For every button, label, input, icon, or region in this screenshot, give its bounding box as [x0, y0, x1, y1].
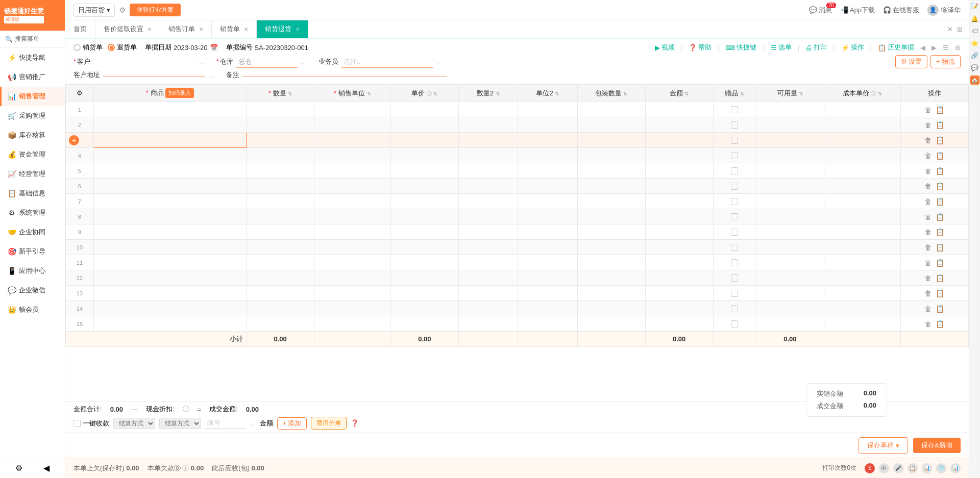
cell-qty2[interactable] [458, 163, 518, 179]
cell-amount[interactable] [645, 270, 713, 286]
cell-amount[interactable] [645, 240, 713, 255]
toolbar-select[interactable]: ☰ 选单 [771, 43, 792, 52]
pay-checkbox[interactable] [74, 420, 81, 427]
cell-cost-price[interactable] [824, 270, 900, 286]
trial-button[interactable]: 体验行业方案 [130, 4, 181, 16]
sidebar-item-inventory[interactable]: 📦 库存核算 [0, 125, 65, 145]
cell-pkg-qty[interactable] [577, 240, 645, 255]
cell-pkg-qty[interactable] [577, 255, 645, 270]
cell-qty2[interactable] [458, 255, 518, 270]
add-payment-button[interactable]: + 添加 [277, 417, 307, 430]
cell-available[interactable] [756, 163, 824, 179]
cell-available[interactable] [756, 286, 824, 301]
gift-checkbox[interactable] [731, 183, 738, 190]
cell-unit[interactable] [314, 148, 391, 163]
delete-row-icon[interactable]: 🗑 [924, 106, 932, 114]
add-row-button[interactable]: + [69, 135, 79, 145]
tab-expand-icon[interactable]: ⊞ [957, 26, 963, 33]
copy-row-icon[interactable]: 📋 [936, 182, 944, 190]
cell-qty[interactable] [247, 286, 314, 301]
gift-checkbox[interactable] [731, 213, 738, 220]
cell-price[interactable] [390, 209, 458, 224]
gift-checkbox[interactable] [731, 305, 738, 312]
cell-unit[interactable] [314, 301, 391, 316]
cell-unit[interactable] [314, 224, 391, 240]
delete-row-icon[interactable]: 🗑 [924, 136, 932, 144]
cell-pkg-qty[interactable] [577, 179, 645, 194]
tab-sales-order[interactable]: 销售订单 ✕ [160, 20, 212, 38]
gift-checkbox[interactable] [731, 167, 738, 174]
settings-topbar-icon[interactable]: ⚙ [119, 6, 126, 15]
sidebar-item-apps[interactable]: 📱 应用中心 [0, 261, 65, 281]
product-input-active[interactable] [97, 137, 243, 144]
copy-row-icon[interactable]: 📋 [936, 289, 944, 297]
cell-amount[interactable] [645, 117, 713, 133]
sidebar-item-enterprise[interactable]: 🤝 企业协同 [0, 222, 65, 242]
account-dots[interactable]: ... [250, 419, 256, 427]
cell-unit2[interactable] [518, 240, 577, 255]
cell-qty2[interactable] [458, 224, 518, 240]
cell-qty2[interactable] [458, 102, 518, 117]
warehouse-input[interactable]: 总仓 [236, 56, 298, 68]
gift-checkbox[interactable] [731, 259, 738, 266]
gift-checkbox[interactable] [731, 137, 738, 144]
cell-amount[interactable] [645, 301, 713, 316]
delete-row-icon[interactable]: 🗑 [924, 289, 932, 297]
delete-row-icon[interactable]: 🗑 [924, 197, 932, 206]
cell-price[interactable] [390, 117, 458, 133]
delete-row-icon[interactable]: 🗑 [924, 213, 932, 221]
date-picker-icon[interactable]: 📅 [210, 44, 218, 52]
cell-qty[interactable] [247, 240, 314, 255]
sidebar-item-shortcut[interactable]: ⚡ 快捷导航 [0, 48, 65, 67]
delete-row-icon[interactable]: 🗑 [924, 121, 932, 129]
cell-pkg-qty[interactable] [577, 224, 645, 240]
sidebar-item-basic[interactable]: 📋 基础信息 [0, 184, 65, 203]
tab-price-set[interactable]: 售价提取设置 ✕ [95, 20, 160, 38]
copy-row-icon[interactable]: 📋 [936, 213, 944, 221]
cell-available[interactable] [756, 102, 824, 117]
cell-product[interactable] [93, 224, 246, 240]
cell-unit[interactable] [314, 163, 391, 179]
sysbar-icon-6[interactable]: 👕 [936, 463, 946, 473]
cell-unit2[interactable] [518, 209, 577, 224]
cell-qty2[interactable] [458, 316, 518, 332]
cell-product[interactable] [93, 163, 246, 179]
collapse-icon[interactable]: ◀ [43, 463, 50, 473]
cell-qty2[interactable] [458, 133, 518, 148]
tab-sales-delivery-close[interactable]: ✕ [244, 27, 248, 32]
cell-qty[interactable] [247, 117, 314, 133]
cell-available[interactable] [756, 224, 824, 240]
cell-product[interactable] [93, 240, 246, 255]
cell-product[interactable] [93, 133, 246, 148]
gift-checkbox[interactable] [731, 274, 738, 282]
save-new-button[interactable]: 保存&新增 [913, 438, 961, 453]
cell-qty2[interactable] [458, 209, 518, 224]
cell-pkg-qty[interactable] [577, 148, 645, 163]
cell-qty[interactable] [247, 102, 314, 117]
radio-return[interactable]: 退货单 [108, 43, 137, 52]
cell-unit2[interactable] [518, 133, 577, 148]
rs-icon-bell[interactable]: 🔔 [970, 14, 979, 23]
delete-row-icon[interactable]: 🗑 [924, 274, 932, 282]
sidebar-item-finance[interactable]: 💰 资金管理 [0, 145, 65, 164]
cell-cost-price[interactable] [824, 163, 900, 179]
cell-product[interactable] [93, 286, 246, 301]
cell-price[interactable] [390, 163, 458, 179]
copy-row-icon[interactable]: 📋 [936, 228, 944, 236]
gift-checkbox[interactable] [731, 198, 738, 205]
customer-input[interactable] [93, 61, 195, 63]
delete-row-icon[interactable]: 🗑 [924, 182, 932, 190]
sidebar-item-system[interactable]: ⚙ 系统管理 [0, 203, 65, 222]
cell-amount[interactable] [645, 286, 713, 301]
warehouse-dots[interactable]: ... [301, 58, 306, 66]
cell-pkg-qty[interactable] [577, 270, 645, 286]
address-dots[interactable]: ... [208, 71, 214, 79]
cell-qty2[interactable] [458, 270, 518, 286]
cell-available[interactable] [756, 133, 824, 148]
view-list-icon[interactable]: ☰ [943, 44, 949, 52]
cell-qty[interactable] [247, 194, 314, 209]
copy-row-icon[interactable]: 📋 [936, 243, 944, 251]
copy-row-icon[interactable]: 📋 [936, 320, 944, 328]
cell-cost-price[interactable] [824, 102, 900, 117]
cell-pkg-qty[interactable] [577, 194, 645, 209]
